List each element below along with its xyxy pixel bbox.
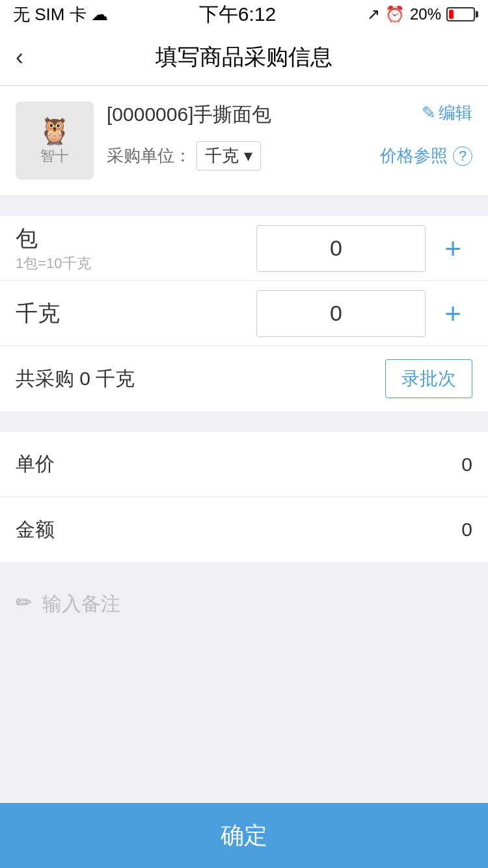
product-info: [0000006]手撕面包 ✎ 编辑 采购单位： 千克 ▾ 价格参照 ? <box>107 102 472 170</box>
bag-unit-hint: 1包=10千克 <box>16 254 94 273</box>
section-divider-1 <box>0 206 488 216</box>
edit-label: 编辑 <box>439 102 472 124</box>
amount-label: 金额 <box>16 517 55 543</box>
product-image-icon: 🦉 <box>38 116 71 146</box>
pencil-icon: ✏ <box>16 591 32 614</box>
total-text: 共采购 0 千克 <box>16 366 135 392</box>
product-name: [0000006]手撕面包 <box>107 102 271 128</box>
product-thumbnail: 🦉 智十 <box>16 102 94 180</box>
kg-label-group: 千克 <box>16 299 94 329</box>
kg-input-row: 千克 + <box>0 281 488 346</box>
location-icon: ↗ <box>367 5 380 23</box>
kg-input-wrap: + <box>94 290 472 337</box>
unit-price-value: 0 <box>461 454 472 476</box>
input-section: 包 1包=10千克 + 千克 + <box>0 216 488 346</box>
battery-percent: 20% <box>410 5 441 23</box>
kg-quantity-input[interactable] <box>256 290 426 337</box>
section-divider-2 <box>0 411 488 422</box>
bag-plus-button[interactable]: + <box>433 229 472 268</box>
total-row: 共采购 0 千克 录批次 <box>0 346 488 411</box>
product-brand-text: 智十 <box>40 146 69 166</box>
dropdown-arrow-icon: ▾ <box>244 146 252 166</box>
kg-plus-button[interactable]: + <box>433 294 472 333</box>
sim-label: 无 SIM 卡 ☁ <box>13 3 108 26</box>
bag-unit-name: 包 <box>16 224 94 254</box>
status-right: ↗ ⏰ 20% <box>367 5 475 23</box>
page-title: 填写商品采购信息 <box>156 42 332 72</box>
battery-icon <box>446 7 475 21</box>
price-ref-label: 价格参照 <box>380 144 448 167</box>
kg-unit-name: 千克 <box>16 299 94 329</box>
bag-input-row: 包 1包=10千克 + <box>0 216 488 281</box>
bag-input-wrap: + <box>94 225 472 272</box>
alarm-icon: ⏰ <box>385 5 405 23</box>
price-reference-button[interactable]: 价格参照 ? <box>380 144 472 167</box>
bag-label-group: 包 1包=10千克 <box>16 224 94 273</box>
product-unit-row: 采购单位： 千克 ▾ 价格参照 ? <box>107 141 472 170</box>
nav-bar: ‹ 填写商品采购信息 <box>0 29 488 86</box>
back-button[interactable]: ‹ <box>16 44 23 71</box>
batch-record-button[interactable]: 录批次 <box>385 359 472 398</box>
product-section: 🦉 智十 [0000006]手撕面包 ✎ 编辑 采购单位： 千克 ▾ 价格参照 … <box>0 86 488 195</box>
price-section: 单价 0 金额 0 <box>0 432 488 562</box>
unit-label: 采购单位： <box>107 144 191 167</box>
unit-select-dropdown[interactable]: 千克 ▾ <box>197 141 261 170</box>
unit-price-row: 单价 0 <box>0 432 488 497</box>
edit-icon: ✎ <box>422 103 436 123</box>
edit-button[interactable]: ✎ 编辑 <box>422 102 472 124</box>
status-bar: 无 SIM 卡 ☁ 下午6:12 ↗ ⏰ 20% <box>0 0 488 29</box>
amount-value: 0 <box>461 519 472 541</box>
unit-value: 千克 <box>205 144 239 167</box>
product-header: [0000006]手撕面包 ✎ 编辑 <box>107 102 472 128</box>
bag-quantity-input[interactable] <box>256 225 426 272</box>
notes-placeholder: 输入备注 <box>42 591 120 617</box>
status-left: 无 SIM 卡 ☁ <box>13 3 108 26</box>
unit-price-label: 单价 <box>16 451 55 478</box>
help-icon: ? <box>453 146 472 166</box>
status-time: 下午6:12 <box>199 1 276 28</box>
notes-section[interactable]: ✏ 输入备注 <box>0 573 488 794</box>
amount-row: 金额 0 <box>0 497 488 562</box>
confirm-button[interactable]: 确定 <box>0 803 488 868</box>
